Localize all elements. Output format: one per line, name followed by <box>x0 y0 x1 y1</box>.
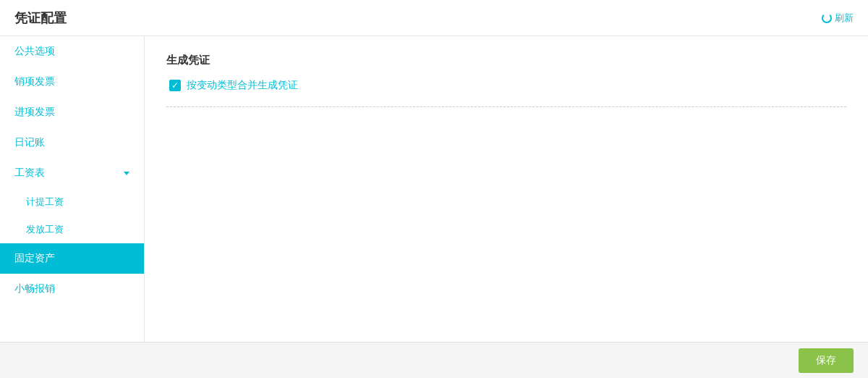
refresh-button[interactable]: 刷新 <box>822 12 854 25</box>
sidebar-item-label: 日记账 <box>14 136 45 149</box>
sidebar-item-expense[interactable]: 小畅报销 <box>0 274 144 304</box>
sidebar-item-label: 销项发票 <box>14 75 55 88</box>
merge-voucher-checkbox[interactable] <box>169 80 181 91</box>
sidebar-item-payroll[interactable]: 工资表 <box>0 158 144 188</box>
sidebar-item-sales[interactable]: 销项发票 <box>0 67 144 97</box>
sidebar-item-calc-salary[interactable]: 计提工资 <box>0 188 144 216</box>
section-divider <box>166 106 846 107</box>
sidebar-item-label: 进项发票 <box>14 106 55 119</box>
sidebar-subitem-label: 计提工资 <box>26 196 64 207</box>
sidebar-item-public[interactable]: 公共选项 <box>0 36 144 67</box>
sidebar-item-fixed-assets[interactable]: 固定资产 <box>0 243 144 274</box>
chevron-down-icon <box>124 172 129 175</box>
header: 凭证配置 刷新 <box>0 0 868 36</box>
sidebar-item-label: 工资表 <box>14 167 45 180</box>
footer: 保存 <box>0 342 868 378</box>
sidebar-item-label: 公共选项 <box>14 45 55 58</box>
checkbox-row: 按变动类型合并生成凭证 <box>169 79 846 92</box>
page-title: 凭证配置 <box>14 9 67 27</box>
sidebar-item-purchase[interactable]: 进项发票 <box>0 97 144 127</box>
sidebar-item-label: 小畅报销 <box>14 282 55 295</box>
sidebar-item-journal[interactable]: 日记账 <box>0 127 144 158</box>
section-title: 生成凭证 <box>166 54 846 67</box>
refresh-icon <box>822 13 832 23</box>
sidebar-item-pay-salary[interactable]: 发放工资 <box>0 216 144 243</box>
checkbox-label: 按变动类型合并生成凭证 <box>187 79 298 92</box>
sidebar-item-label: 固定资产 <box>14 252 55 265</box>
sidebar: 公共选项 销项发票 进项发票 日记账 工资表 计提工资 发放工资 固定资产 <box>0 36 145 342</box>
sidebar-subitem-label: 发放工资 <box>26 224 64 235</box>
refresh-label: 刷新 <box>835 12 854 25</box>
save-button[interactable]: 保存 <box>799 348 854 373</box>
main-content: 生成凭证 按变动类型合并生成凭证 <box>145 36 868 342</box>
content-area: 公共选项 销项发票 进项发票 日记账 工资表 计提工资 发放工资 固定资产 <box>0 36 868 342</box>
